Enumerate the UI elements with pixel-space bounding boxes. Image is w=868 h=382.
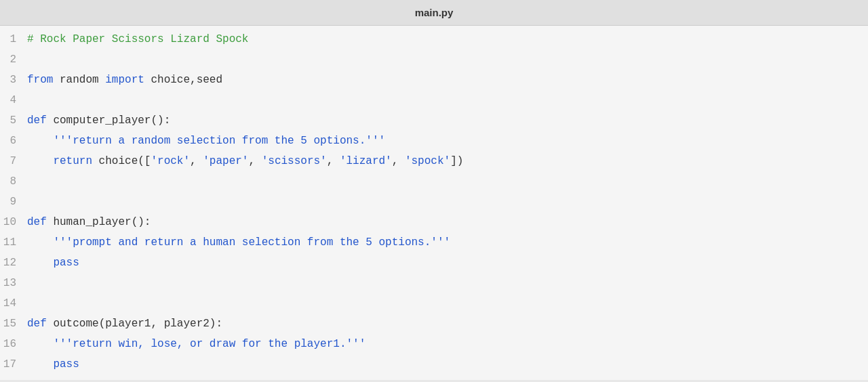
code-line: 15def outcome(player1, player2): [0, 317, 868, 337]
code-token [27, 236, 53, 249]
code-token: computer_player(): [47, 114, 170, 127]
code-line: 1# Rock Paper Scissors Lizard Spock [0, 33, 868, 53]
code-line: 6 '''return a random selection from the … [0, 134, 868, 154]
code-token: return [53, 155, 92, 167]
code-line: 14 [0, 297, 868, 317]
line-number: 13 [0, 277, 27, 289]
file-title: main.py [415, 7, 454, 18]
line-number: 7 [0, 155, 27, 167]
line-number: 6 [0, 135, 27, 147]
line-content: # Rock Paper Scissors Lizard Spock [27, 33, 248, 45]
code-token: def [27, 114, 47, 127]
code-token: '''return a random selection from the 5 … [53, 135, 385, 147]
title-bar: main.py [0, 0, 868, 26]
code-token: '''prompt and return a human selection f… [53, 236, 450, 249]
code-token [27, 358, 53, 370]
line-content [27, 196, 34, 208]
line-content: def human_player(): [27, 216, 151, 228]
code-token: def [27, 318, 47, 330]
line-number: 3 [0, 74, 27, 86]
code-line: 13 [0, 276, 868, 297]
code-token: , [190, 155, 203, 167]
line-number: 9 [0, 196, 27, 208]
line-content [27, 297, 34, 310]
line-content: pass [27, 358, 79, 370]
line-content: def outcome(player1, player2): [27, 318, 222, 330]
code-token: pass [53, 257, 79, 269]
editor-area: 1# Rock Paper Scissors Lizard Spock2 3fr… [0, 26, 868, 380]
line-content [27, 54, 34, 66]
code-token: import [105, 74, 144, 86]
code-token [27, 155, 53, 167]
code-token: def [27, 216, 47, 228]
code-line: 4 [0, 93, 868, 114]
code-line: 12 pass [0, 256, 868, 276]
line-content [27, 277, 34, 289]
code-line: 10def human_player(): [0, 215, 868, 236]
code-token: ]) [450, 155, 463, 167]
line-number: 1 [0, 33, 27, 45]
code-token: human_player(): [47, 216, 151, 228]
code-token: , [392, 155, 405, 167]
code-token: random [53, 74, 105, 86]
code-line: 9 [0, 195, 868, 215]
code-line: 17 pass [0, 358, 868, 378]
line-content: pass [27, 257, 79, 269]
code-token: 'rock' [151, 155, 190, 167]
line-number: 10 [0, 216, 27, 228]
line-content: return choice(['rock', 'paper', 'scissor… [27, 155, 463, 167]
code-line: 11 '''prompt and return a human selectio… [0, 236, 868, 256]
line-number: 15 [0, 318, 27, 330]
code-token: 'paper' [203, 155, 248, 167]
code-token [27, 257, 53, 269]
code-token: # Rock Paper Scissors Lizard Spock [27, 33, 248, 45]
code-line: 18 [0, 378, 868, 380]
line-content: '''prompt and return a human selection f… [27, 236, 450, 249]
code-line: 2 [0, 53, 868, 73]
code-token: choice([ [92, 155, 151, 167]
line-content [27, 94, 34, 106]
code-token: from [27, 74, 53, 86]
code-token: 'spock' [405, 155, 450, 167]
code-token [27, 338, 53, 350]
code-token: , [327, 155, 340, 167]
code-token: 'lizard' [340, 155, 392, 167]
code-token [27, 135, 53, 147]
code-token: choice,seed [144, 74, 222, 86]
line-number: 11 [0, 236, 27, 249]
line-number: 4 [0, 94, 27, 106]
line-content [27, 175, 34, 188]
line-number: 12 [0, 257, 27, 269]
line-number: 8 [0, 175, 27, 188]
code-line: 5def computer_player(): [0, 114, 868, 134]
code-token: pass [53, 358, 79, 370]
line-number: 5 [0, 114, 27, 127]
line-number: 2 [0, 54, 27, 66]
line-content: '''return win, lose, or draw for the pla… [27, 338, 366, 350]
line-content [27, 379, 34, 380]
code-token: , [248, 155, 261, 167]
code-line: 16 '''return win, lose, or draw for the … [0, 337, 868, 358]
code-token: 'scissors' [262, 155, 327, 167]
line-content: '''return a random selection from the 5 … [27, 135, 385, 147]
code-token: '''return win, lose, or draw for the pla… [53, 338, 366, 350]
line-number: 17 [0, 358, 27, 370]
code-line: 7 return choice(['rock', 'paper', 'sciss… [0, 154, 868, 175]
line-content: from random import choice,seed [27, 74, 222, 86]
line-number: 14 [0, 297, 27, 310]
line-content: def computer_player(): [27, 114, 170, 127]
code-token: outcome(player1, player2): [47, 318, 222, 330]
code-line: 8 [0, 175, 868, 195]
line-number: 18 [0, 379, 27, 380]
code-line: 3from random import choice,seed [0, 73, 868, 93]
line-number: 16 [0, 338, 27, 350]
